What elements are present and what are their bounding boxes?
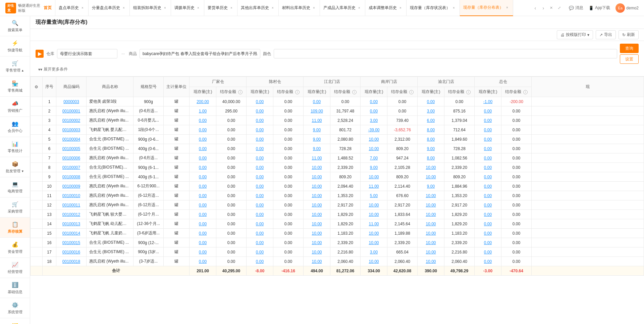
tab-close-8[interactable]: ×: [357, 6, 362, 10]
toolbar: 🖨 按模版打印 ▾ ↗ 导出 ↻ 刷新: [30, 29, 644, 41]
top-tab-6[interactable]: 其他出库单历史×: [237, 0, 279, 16]
table-row: 2 00100001 惠氏启程 (Wyeth illu... (0-6月适...…: [31, 106, 644, 116]
top-right: 💬 消息 📱 App下载 Ea demo2: [564, 3, 639, 13]
tab-close-5[interactable]: ×: [229, 6, 234, 10]
top-tab-2[interactable]: 分量盘点单历史×: [89, 0, 130, 16]
sidebar-item-15[interactable]: 🤝企业协同: [0, 318, 30, 324]
expand-more-btn[interactable]: ▾▾ 展开更多条件: [36, 65, 639, 74]
table-row: 6 00100005 合生元 (BIOSTIME) ... 400g (0-6.…: [31, 144, 644, 153]
table-row: 4 00100003 飞鹤星飞帆 婴儿配方奶... 1段(0-6个... 罐 0…: [31, 125, 644, 135]
sidebar-label-0: 搜索英单: [8, 28, 22, 33]
sidebar-item-2[interactable]: 🛒零售管理▲: [0, 56, 30, 77]
page-title: 现存量查询(库存分布): [36, 19, 639, 29]
tab-close-6[interactable]: ×: [270, 6, 275, 10]
tab-close-3[interactable]: ×: [163, 6, 167, 10]
app-download-btn[interactable]: 📱 App下载: [589, 5, 610, 11]
sidebar-item-1[interactable]: ⚡快捷导航: [0, 36, 30, 56]
sidebar-icon-12: 📈: [12, 261, 18, 268]
table-row: 9 00100008 合生元 (BIOSTIME) ... 400g (6-1.…: [31, 172, 644, 182]
sidebar-arrow-2: ▲: [21, 69, 24, 72]
tab-close-11[interactable]: ×: [505, 5, 509, 10]
sidebar-item-9[interactable]: 🛒采购管理: [0, 197, 30, 218]
tab-close-10[interactable]: ×: [451, 6, 456, 10]
search-btn[interactable]: 查询: [620, 44, 639, 53]
avatar-initials: Ea: [618, 6, 623, 10]
sidebar-item-13[interactable]: ℹ️基础信息: [0, 278, 30, 298]
sidebar-item-8[interactable]: 💻电商管理: [0, 177, 30, 197]
top-tab-5[interactable]: 要货单历史×: [204, 0, 237, 16]
sidebar-label-13: 基础信息: [8, 289, 22, 294]
setting-btn[interactable]: 设置: [620, 54, 639, 64]
table-row: 16 00100015 合生元 (BIOSTIME) ... 900g (12-…: [31, 238, 644, 247]
refresh-btn[interactable]: ↻ 刷新: [619, 30, 639, 39]
tab-close-all-btn[interactable]: ✕: [547, 0, 555, 16]
warehouse-input[interactable]: [57, 49, 117, 58]
sidebar-icon-9: 🛒: [12, 201, 18, 207]
message-btn[interactable]: 💬 消息: [569, 5, 583, 11]
filter-toggle-btn[interactable]: ▶: [36, 50, 44, 58]
product-label: 商品: [129, 51, 137, 57]
sidebar-item-5[interactable]: 👥会员中心: [0, 117, 30, 137]
sidebar-label-6: 零售统计: [8, 148, 22, 153]
th-settings[interactable]: ⚙: [31, 77, 43, 97]
product-input[interactable]: [140, 49, 260, 58]
sidebar-item-0[interactable]: 🔍搜索英单: [0, 16, 30, 36]
sidebar-item-14[interactable]: ⚙️系统管理: [0, 298, 30, 318]
tab-label: 分量盘点单历史: [92, 5, 120, 11]
th-f4-amt: 结存金额 i: [387, 87, 418, 97]
table-container[interactable]: ⚙ 序号 商品编码 商品名称 规格型号 主计量单位 厂家仓 陈村仓 江北门店 南…: [30, 77, 644, 324]
tab-close-9[interactable]: ×: [398, 6, 403, 10]
sidebar-item-3[interactable]: 🏪零售商城: [0, 77, 30, 97]
sidebar-item-11[interactable]: 💰资金管理: [0, 238, 30, 258]
th-factory: 厂家仓: [190, 77, 247, 87]
tab-next-btn[interactable]: ›: [539, 0, 547, 16]
tab-close-4[interactable]: ×: [196, 6, 201, 10]
top-tab-10[interactable]: 现存量（库存状况表）×: [407, 0, 460, 16]
app-label: App下载: [595, 5, 610, 11]
sidebar-icon-11: 💰: [12, 241, 18, 248]
print-btn[interactable]: 🖨 按模版打印 ▾: [557, 30, 593, 39]
tab-label: 产成品入库单历史: [323, 5, 356, 11]
export-btn[interactable]: ↗ 导出: [596, 30, 616, 39]
warehouse-dots[interactable]: ···: [120, 51, 126, 56]
user-area[interactable]: Ea demo2: [615, 3, 639, 13]
logo-icon: 好生意: [5, 3, 16, 13]
top-tab-1[interactable]: 盘点单历史×: [55, 0, 89, 16]
tab-label: 材料出库单历史: [282, 5, 310, 11]
export-icon: ↗: [599, 33, 603, 37]
th-f5-qty: 现存量(主): [418, 87, 444, 97]
sidebar-item-12[interactable]: 📈经营管理: [0, 258, 30, 278]
th-f1-qty: 现存量(主): [190, 87, 216, 97]
table-row: 5 00100004 合生元 (BIOSTIME) ... 900g (0-6.…: [31, 135, 644, 144]
top-tab-8[interactable]: 产成品入库单历史×: [320, 0, 365, 16]
sidebar-item-10[interactable]: 📋库存核算: [0, 218, 30, 238]
tab-prev-btn[interactable]: ‹: [531, 0, 539, 16]
tab-close-2[interactable]: ×: [121, 6, 126, 10]
sidebar-item-4[interactable]: 📣营销推广: [0, 97, 30, 117]
color-input[interactable]: [274, 49, 617, 58]
top-tab-4[interactable]: 调拨单历史×: [171, 0, 204, 16]
sidebar-item-6[interactable]: 📊零售统计: [0, 137, 30, 157]
sidebar-label-4: 营销推广: [8, 108, 22, 113]
tab-label: 调拨单历史: [174, 5, 195, 11]
sidebar-label-9: 采购管理: [8, 209, 22, 214]
sidebar-item-7[interactable]: 📦批发管理▼: [0, 157, 30, 177]
sidebar-label-7: 批发管理: [6, 169, 20, 174]
color-label: 颜色: [263, 51, 271, 57]
tab-expand-btn[interactable]: ⤢: [555, 0, 564, 16]
th-f6-qty: 现存量(主): [475, 87, 501, 97]
tab-close-1[interactable]: ×: [80, 6, 85, 10]
sidebar-icon-7: 📦: [12, 160, 18, 167]
top-tab-9[interactable]: 成本调整单历史×: [365, 0, 407, 16]
tab-close-7[interactable]: ×: [312, 6, 316, 10]
sidebar-label-5: 会员中心: [8, 128, 22, 133]
tab-label: 盘点单历史: [59, 5, 79, 11]
top-tab-0[interactable]: 首页: [40, 0, 55, 16]
top-tab-11[interactable]: 现存量（库存分布表）×: [460, 0, 513, 16]
th-current: 现: [532, 77, 644, 97]
top-tab-3[interactable]: 组装拆卸单历史×: [130, 0, 171, 16]
filter-row-1: ▶ 仓库 ··· 商品 颜色 查询 设置: [36, 44, 639, 64]
th-f6-amt: 结存金额 i: [501, 87, 532, 97]
th-name: 商品名称: [87, 77, 133, 97]
top-tab-7[interactable]: 材料出库单历史×: [279, 0, 320, 16]
